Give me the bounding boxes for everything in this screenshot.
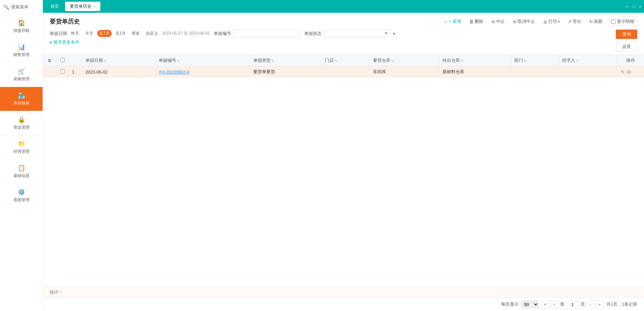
td-settings-0	[43, 66, 56, 78]
tab-requisition-history[interactable]: 要货单历史×	[65, 2, 100, 11]
print-button[interactable]: 🖨 打印 ▾	[540, 17, 562, 26]
sidebar-search[interactable]: 🔍 搜索菜单	[0, 0, 43, 14]
stop-button[interactable]: ⊘ 中止	[489, 17, 507, 26]
doc-no-link-0[interactable]: YH-20230602-4	[159, 70, 190, 75]
th-handler[interactable]: 经手人⇅	[558, 55, 617, 66]
purchase-label: 采购管理	[13, 76, 30, 82]
td-ops-0: ✎ ⊟	[617, 66, 644, 78]
th-store[interactable]: 门店⇅	[322, 55, 369, 66]
refresh-button[interactable]: ↻ 刷新	[587, 17, 605, 26]
filter-main: 单据日期 昨天今天近7天近1月更多自定义 2023-05-27 至 2023-0…	[50, 30, 609, 45]
sidebar-item-finance[interactable]: 🔒资金管理	[0, 111, 43, 135]
per-page-select[interactable]: 2050100	[521, 301, 539, 308]
search-area: 单据日期 昨天今天近7天近1月更多自定义 2023-05-27 至 2023-0…	[50, 30, 609, 37]
inventory-icon: 🏪	[18, 92, 25, 99]
search-filters: 单据日期 昨天今天近7天近1月更多自定义 2023-05-27 至 2023-0…	[50, 30, 637, 52]
toolbar: ＋ + 新增 🗑 删除 ⊘ 中止 ⊘ 取消中止	[441, 17, 637, 26]
doc-status-label: 单据状态	[304, 31, 322, 37]
sort-icon-doc-date: ⇅	[104, 59, 106, 62]
sort-icon-store: ⇅	[334, 59, 337, 62]
expand-icon: ▾	[50, 40, 52, 45]
sidebar-item-purchase[interactable]: 🛒采购管理	[0, 63, 43, 87]
doc-date-label: 单据日期	[50, 31, 67, 37]
new-icon: ＋	[443, 18, 448, 25]
doc-no-input[interactable]	[233, 30, 300, 37]
th-doc-date[interactable]: 单据日期⇅	[82, 55, 155, 66]
page-input[interactable]	[566, 301, 579, 308]
select-all-checkbox[interactable]	[60, 58, 65, 62]
tab-home[interactable]: 首页	[46, 2, 64, 11]
doc-status-select[interactable]	[324, 30, 391, 37]
sidebar-item-inventory[interactable]: 🏪库存核算	[0, 87, 43, 111]
export-button[interactable]: ↗ 导出	[565, 17, 584, 26]
date-btn-自定义[interactable]: 自定义	[144, 30, 160, 37]
maximize-btn[interactable]: □	[633, 4, 636, 9]
last-page-btn[interactable]: »	[596, 300, 604, 308]
th-req-warehouse-label: 要货仓库	[373, 58, 390, 63]
page-header: 要货单历史 ＋ + 新增 🗑 删除 ⊘ 中止 ⊘	[43, 13, 644, 55]
minimize-btn[interactable]: —	[625, 4, 630, 9]
row-edit-btn-0[interactable]: ✎	[621, 69, 625, 75]
sidebar-item-operation[interactable]: 📁经营管理	[0, 135, 43, 160]
next-page-btn[interactable]: ›	[586, 300, 594, 308]
prev-page-btn[interactable]: ‹	[551, 300, 559, 308]
td-checkbox-0[interactable]	[56, 66, 68, 78]
system-icon: ⚙️	[18, 188, 25, 196]
basic-icon: 📋	[18, 164, 25, 172]
show-detail-checkbox[interactable]	[611, 19, 615, 24]
tabs-bar: 首页要货单历史× — □ ×	[43, 0, 644, 13]
date-btn-更多[interactable]: 更多	[130, 30, 142, 37]
th-department[interactable]: 部门⇅	[511, 55, 558, 66]
doc-no-label: 单据编号	[214, 31, 231, 37]
show-detail-button[interactable]: 显示明细	[608, 17, 637, 26]
stop-icon: ⊘	[491, 19, 495, 24]
doc-no-filter-group: 单据编号	[214, 30, 300, 37]
th-checkbox[interactable]	[56, 55, 68, 66]
sidebar-item-basic[interactable]: 📋基础信息	[0, 160, 43, 184]
settings-button[interactable]: 设置	[616, 42, 637, 52]
page-title-row: 要货单历史 ＋ + 新增 🗑 删除 ⊘ 中止 ⊘	[50, 17, 637, 26]
close-window-btn[interactable]: ×	[639, 4, 641, 9]
date-filter: 昨天今天近7天近1月更多自定义	[69, 30, 160, 37]
th-doc-type[interactable]: 单据类型⇅	[250, 55, 322, 66]
sort-icon-doc-type: ⇅	[271, 59, 274, 62]
date-btn-今天[interactable]: 今天	[83, 30, 95, 37]
tab-close-requisition-history[interactable]: ×	[94, 4, 96, 8]
new-button[interactable]: ＋ + 新增	[441, 17, 464, 26]
finance-icon: 🔒	[18, 116, 25, 123]
td-doc-no-0[interactable]: YH-20230602-4	[155, 66, 250, 78]
th-req-warehouse[interactable]: 要货仓库⇅	[369, 55, 439, 66]
new-label: + 新增	[449, 18, 461, 25]
date-btn-昨天[interactable]: 昨天	[69, 30, 81, 37]
first-page-btn[interactable]: «	[541, 300, 549, 308]
query-button[interactable]: 查询	[616, 30, 637, 39]
table-header-row: ⚙ 单据日期⇅ 单据编号⇅ 单据类型⇅ 门店⇅ 要货仓库⇅ 待出仓库⇅ 部门⇅ …	[43, 55, 644, 66]
delete-button[interactable]: 🗑 删除	[467, 17, 486, 26]
sidebar-item-quick-nav[interactable]: 🏠快捷导航	[0, 14, 43, 39]
date-filter-group: 单据日期 昨天今天近7天近1月更多自定义 2023-05-27 至 2023-0…	[50, 30, 210, 37]
status-dropdown-icon[interactable]: ▾	[393, 31, 395, 36]
operation-label: 经营管理	[13, 149, 30, 154]
operation-icon: 📁	[18, 140, 25, 147]
print-icon: 🖨	[543, 19, 547, 24]
th-settings[interactable]: ⚙	[43, 55, 56, 66]
row-delete-btn-0[interactable]: ⊟	[627, 69, 631, 75]
td-doc-type-0: 要货单要货	[250, 66, 322, 78]
th-handler-label: 经手人	[562, 58, 575, 63]
th-pending-warehouse[interactable]: 待出仓库⇅	[439, 55, 511, 66]
date-btn-近1月[interactable]: 近1月	[114, 30, 128, 37]
th-doc-no[interactable]: 单据编号⇅	[155, 55, 250, 66]
sidebar-item-system[interactable]: ⚙️系统管理	[0, 184, 43, 208]
row-checkbox-0[interactable]	[60, 69, 65, 74]
sort-icon-pending-warehouse: ⇅	[461, 59, 463, 62]
th-doc-no-label: 单据编号	[159, 58, 176, 63]
sales-icon: 📊	[18, 43, 25, 51]
show-detail-label: 显示明细	[617, 18, 634, 25]
expand-more-btn[interactable]: ▾ 展开更多条件	[50, 39, 609, 45]
data-table: ⚙ 单据日期⇅ 单据编号⇅ 单据类型⇅ 门店⇅ 要货仓库⇅ 待出仓库⇅ 部门⇅ …	[43, 55, 644, 78]
date-btn-近7天[interactable]: 近7天	[97, 30, 112, 37]
cancel-stop-button[interactable]: ⊘ 取消中止	[510, 17, 538, 26]
window-controls: — □ ×	[625, 4, 641, 9]
export-label: 导出	[573, 18, 581, 25]
sidebar-item-sales[interactable]: 📊销售管理	[0, 39, 43, 63]
